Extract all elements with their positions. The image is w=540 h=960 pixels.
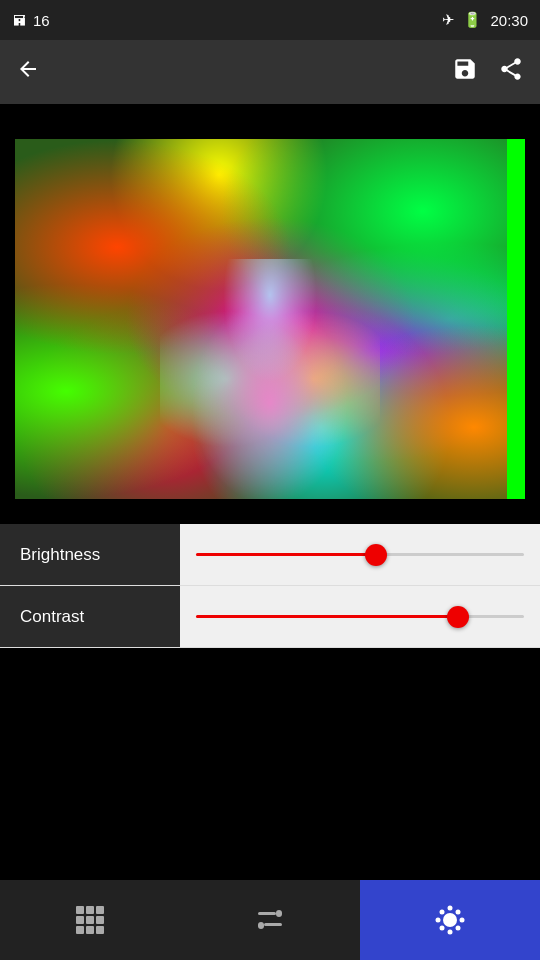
back-button[interactable] (16, 57, 40, 87)
brightness-slider-thumb[interactable] (365, 544, 387, 566)
brightness-tab[interactable] (360, 880, 540, 960)
brightness-slider-fill (196, 553, 376, 556)
svg-point-6 (448, 930, 453, 935)
svg-point-8 (460, 918, 465, 923)
svg-point-5 (448, 906, 453, 911)
brightness-slider-container[interactable] (180, 524, 540, 585)
status-right: ✈ 🔋 20:30 (442, 11, 528, 29)
bottom-toolbar (0, 880, 540, 960)
save-button[interactable] (452, 56, 478, 88)
person-overlay (160, 259, 380, 499)
status-bar: 🖬 16 ✈ 🔋 20:30 (0, 0, 540, 40)
contrast-row: Contrast (0, 586, 540, 648)
contrast-label: Contrast (0, 586, 180, 647)
svg-point-12 (440, 926, 445, 931)
top-toolbar (0, 40, 540, 104)
photo-canvas (15, 139, 525, 499)
svg-point-7 (436, 918, 441, 923)
contrast-slider-track[interactable] (196, 615, 524, 618)
svg-point-4 (443, 913, 457, 927)
sim-icon: 🖬 (12, 12, 27, 29)
svg-point-11 (456, 910, 461, 915)
status-left: 🖬 16 (12, 12, 50, 29)
dither-tab[interactable] (0, 880, 180, 960)
brightness-row: Brightness (0, 524, 540, 586)
svg-rect-1 (276, 910, 282, 917)
sun-icon (433, 903, 467, 937)
airplane-icon: ✈ (442, 11, 455, 29)
adjust-tab[interactable] (180, 880, 360, 960)
contrast-slider-fill (196, 615, 458, 618)
contrast-slider-container[interactable] (180, 586, 540, 647)
svg-point-10 (456, 926, 461, 931)
contrast-slider-thumb[interactable] (447, 606, 469, 628)
time-display: 20:30 (490, 12, 528, 29)
share-button[interactable] (498, 56, 524, 88)
brightness-label: Brightness (0, 524, 180, 585)
svg-rect-3 (264, 923, 282, 926)
svg-rect-2 (258, 922, 264, 929)
dither-icon (76, 906, 104, 934)
svg-rect-0 (258, 912, 276, 915)
image-container (0, 104, 540, 524)
signal-value: 16 (33, 12, 50, 29)
svg-point-9 (440, 910, 445, 915)
toolbar-actions (452, 56, 524, 88)
battery-icon: 🔋 (463, 11, 482, 29)
brightness-slider-track[interactable] (196, 553, 524, 556)
sliders-icon (254, 904, 286, 936)
adjustments-panel: Brightness Contrast (0, 524, 540, 648)
